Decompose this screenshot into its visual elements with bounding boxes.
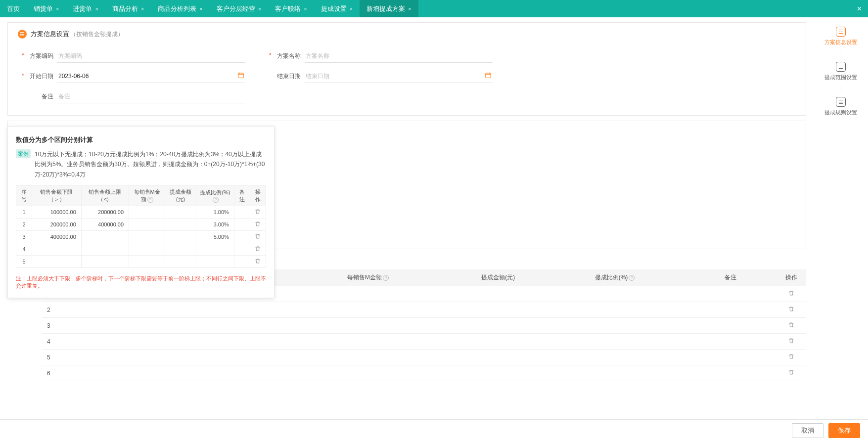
- help-icon[interactable]: ?: [629, 275, 635, 281]
- ex-col-amount: 提成金额(元): [165, 186, 196, 206]
- ex-col-idx: 序号: [16, 186, 32, 206]
- anchor-提成范围设置[interactable]: ☰提成范围设置: [824, 60, 857, 83]
- tab-close-icon[interactable]: ×: [408, 6, 411, 12]
- ex-col-perm: 每销售M金额?: [129, 186, 165, 206]
- end-date-input[interactable]: [305, 70, 493, 83]
- tab-close-icon[interactable]: ×: [350, 6, 353, 12]
- example-table: 序号 销售金额下限（＞） 销售金额上限（≤） 每销售M金额? 提成金额(元) 提…: [16, 185, 266, 268]
- delete-row-icon[interactable]: [788, 307, 794, 313]
- anchor-icon: ☰: [836, 27, 846, 37]
- example-table-row: 4: [16, 243, 266, 256]
- table-row[interactable]: 2: [42, 302, 806, 318]
- tab-close-icon[interactable]: ×: [304, 6, 307, 12]
- col-ratio: 提成比例(%)?: [590, 269, 720, 286]
- example-table-row: 3400000.005.00%: [16, 231, 266, 243]
- close-all-tabs-button[interactable]: ×: [851, 0, 868, 17]
- section-title: 方案信息设置: [31, 30, 69, 39]
- tab-商品分析[interactable]: 商品分析×: [105, 0, 151, 17]
- section-icon: ☰: [18, 30, 27, 39]
- tab-close-icon[interactable]: ×: [95, 6, 98, 12]
- ex-col-high: 销售金额上限（≤）: [81, 186, 129, 206]
- anchor-icon: ☰: [836, 97, 846, 107]
- tab-客户分层经营[interactable]: 客户分层经营×: [210, 0, 268, 17]
- tab-新增提成方案[interactable]: 新增提成方案×: [360, 0, 418, 17]
- table-row[interactable]: 4: [42, 334, 806, 350]
- plan-name-label: 方案名称: [265, 52, 305, 60]
- help-icon[interactable]: ?: [213, 197, 219, 203]
- tab-提成设置[interactable]: 提成设置×: [314, 0, 360, 17]
- ex-col-action: 操作: [250, 186, 266, 206]
- delete-row-icon[interactable]: [255, 222, 261, 228]
- ex-col-remark: 备注: [234, 186, 250, 206]
- help-icon[interactable]: ?: [147, 197, 153, 203]
- tab-进货单[interactable]: 进货单×: [66, 0, 105, 17]
- delete-row-icon[interactable]: [255, 247, 261, 253]
- example-tag: 案例: [16, 149, 31, 158]
- tooltip-title: 数值分为多个区间分别计算: [16, 135, 266, 144]
- delete-row-icon[interactable]: [788, 322, 794, 329]
- example-text: 10万元以下无提成；10-20万元提成比例为1%；20-40万提成比例为3%；4…: [35, 149, 266, 179]
- tab-close-icon[interactable]: ×: [141, 6, 144, 12]
- col-amount: 提成金额(元): [476, 269, 590, 286]
- anchor-label: 提成规则设置: [824, 109, 857, 116]
- nav-divider: [841, 85, 841, 93]
- anchor-icon: ☰: [836, 62, 846, 72]
- calc-rule-tooltip: 数值分为多个区间分别计算 案例 10万元以下无提成；10-20万元提成比例为1%…: [7, 126, 274, 298]
- start-date-label: 开始日期: [18, 72, 57, 81]
- remark-label: 备注: [18, 92, 57, 101]
- delete-row-icon[interactable]: [788, 370, 794, 377]
- plan-info-card: ☰ 方案信息设置 （按销售金额提成） 方案编码 方案名称: [7, 22, 806, 116]
- plan-code-input[interactable]: [57, 49, 245, 63]
- table-row[interactable]: 5: [42, 350, 806, 365]
- anchor-提成规则设置[interactable]: ☰提成规则设置: [824, 95, 857, 118]
- tab-商品分析列表[interactable]: 商品分析列表×: [151, 0, 209, 17]
- section-subtitle: （按销售金额提成）: [70, 30, 124, 39]
- anchor-label: 方案信息设置: [824, 39, 857, 46]
- example-table-row: 2200000.00400000.003.00%: [16, 219, 266, 231]
- delete-row-icon[interactable]: [255, 234, 261, 240]
- delete-row-icon[interactable]: [788, 354, 794, 361]
- anchor-nav: ☰方案信息设置☰提成范围设置☰提成规则设置: [814, 17, 868, 411]
- delete-row-icon[interactable]: [255, 259, 261, 265]
- nav-divider: [841, 50, 841, 58]
- start-date-input[interactable]: [57, 70, 245, 83]
- col-remark: 备注: [720, 269, 777, 286]
- tab-close-icon[interactable]: ×: [258, 6, 261, 12]
- svg-rect-4: [486, 73, 491, 78]
- delete-row-icon[interactable]: [788, 291, 794, 298]
- tab-客户联络[interactable]: 客户联络×: [268, 0, 314, 17]
- remark-input[interactable]: [57, 90, 245, 103]
- tab-销货单[interactable]: 销货单×: [27, 0, 66, 17]
- table-row[interactable]: 3: [42, 318, 806, 334]
- ex-col-ratio: 提成比例(%)?: [196, 186, 234, 206]
- tooltip-note: 注：上限必须大于下限；多个阶梯时，下一个阶梯下限需要等于前一阶梯上限；不同行之间…: [16, 275, 266, 290]
- anchor-方案信息设置[interactable]: ☰方案信息设置: [824, 25, 857, 48]
- tab-close-icon[interactable]: ×: [56, 6, 59, 12]
- col-action: 操作: [777, 269, 806, 286]
- example-table-row: 5: [16, 256, 266, 268]
- ex-col-low: 销售金额下限（＞）: [32, 186, 81, 206]
- help-icon[interactable]: ?: [383, 275, 389, 281]
- svg-rect-0: [238, 73, 244, 78]
- delete-row-icon[interactable]: [788, 338, 794, 345]
- calendar-icon[interactable]: [237, 72, 244, 79]
- plan-name-input[interactable]: [305, 49, 493, 63]
- calendar-icon[interactable]: [485, 72, 492, 79]
- anchor-label: 提成范围设置: [824, 74, 857, 81]
- tab-close-icon[interactable]: ×: [199, 6, 202, 12]
- top-tabs-bar: 首页销货单×进货单×商品分析×商品分析列表×客户分层经营×客户联络×提成设置×新…: [0, 0, 868, 17]
- col-per-m: 每销售M金额?: [342, 269, 476, 286]
- plan-code-label: 方案编码: [18, 52, 57, 60]
- end-date-label: 结束日期: [265, 72, 305, 81]
- example-table-row: 1100000.00200000.001.00%: [16, 206, 266, 219]
- table-row[interactable]: 6: [42, 365, 806, 381]
- delete-row-icon[interactable]: [255, 210, 261, 216]
- tab-首页[interactable]: 首页: [0, 0, 27, 17]
